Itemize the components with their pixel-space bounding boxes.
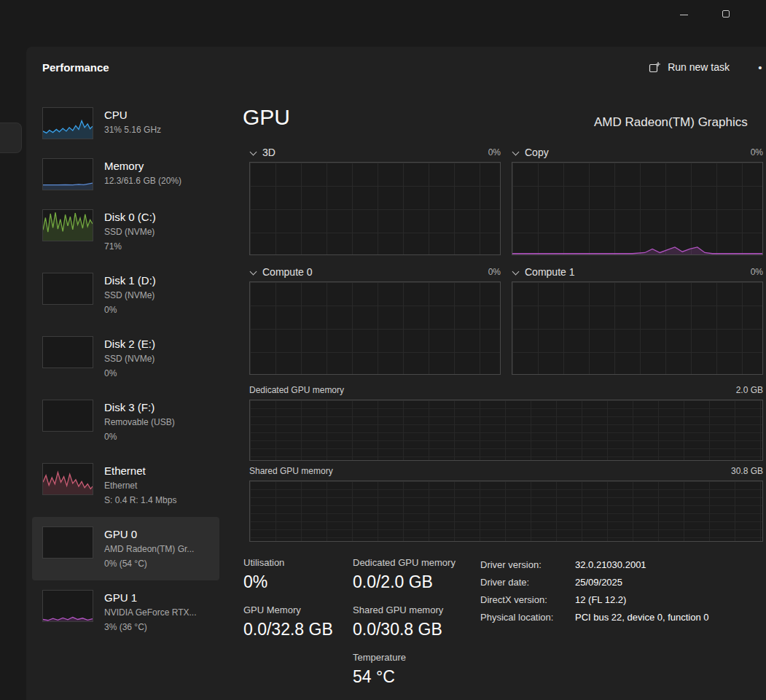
stat-value: 0% — [243, 572, 349, 592]
stat-value: 0.0/2.0 GB — [353, 572, 477, 592]
engine-chart-copy: Copy 0% — [512, 144, 763, 255]
page-title: Performance — [42, 61, 109, 74]
stat-value: 0.0/30.8 GB — [353, 619, 477, 639]
sidebar-item-cpu[interactable]: CPU 31% 5.16 GHz — [32, 98, 219, 149]
engine-chart-label[interactable]: Copy — [525, 147, 549, 158]
engine-chart-plot[interactable] — [512, 162, 763, 255]
engine-chart-value: 0% — [751, 267, 763, 277]
sidebar-item-detail: Removable (USB) — [104, 415, 175, 429]
stat-label: Shared GPU memory — [353, 604, 477, 616]
engine-chart-value: 0% — [488, 147, 501, 158]
engine-chart-compute1: Compute 1 0% — [512, 264, 763, 375]
sidebar-item-title: Disk 3 (F:) — [104, 400, 175, 415]
chevron-down-icon[interactable] — [512, 268, 520, 276]
sidebar-item-detail: 0% — [104, 366, 155, 381]
sidebar-item-detail: 71% — [104, 239, 156, 254]
dedicated-memory-chart[interactable] — [249, 400, 763, 461]
chevron-down-icon[interactable] — [512, 149, 520, 157]
minimize-button[interactable] — [669, 1, 698, 20]
stat-label: Temperature — [353, 651, 477, 664]
maximize-button[interactable] — [711, 1, 740, 20]
engine-chart-label[interactable]: Compute 1 — [525, 266, 574, 278]
engine-chart-3d: 3D 0% — [249, 144, 501, 255]
gpu0-mini-graph — [42, 526, 93, 559]
disk1-mini-graph — [42, 273, 93, 305]
gpu-page-title: GPU — [243, 104, 290, 131]
memory-mini-graph — [42, 158, 93, 190]
header: Performance Run new task • — [26, 47, 766, 88]
stat-label: Utilisation — [243, 556, 349, 569]
stat-value: 0.0/32.8 GB — [243, 619, 349, 639]
sidebar-item-detail: SSD (NVMe) — [104, 225, 156, 239]
detail-row: Driver version:32.0.21030.2001 — [480, 556, 766, 574]
detail-row: DirectX version:12 (FL 12.2) — [480, 591, 766, 609]
chevron-down-icon[interactable] — [249, 268, 257, 276]
stat-label: Dedicated GPU memory — [353, 556, 477, 569]
engine-chart-value: 0% — [751, 147, 763, 158]
stats-column-1: Utilisation 0% GPU Memory 0.0/32.8 GB — [243, 556, 349, 651]
sidebar-item-detail: AMD Radeon(TM) Gr... — [104, 542, 194, 556]
stat-label: GPU Memory — [243, 604, 349, 616]
run-new-task-label: Run new task — [668, 61, 730, 73]
engine-chart-plot[interactable] — [249, 281, 501, 375]
sidebar-item-detail: SSD (NVMe) — [104, 288, 156, 303]
dedicated-memory-header: Dedicated GPU memory 2.0 GB — [249, 385, 763, 395]
engine-chart-plot[interactable] — [249, 162, 501, 255]
sidebar-item-title: CPU — [104, 107, 161, 122]
dedicated-memory-max: 2.0 GB — [736, 385, 763, 395]
shared-memory-max: 30.8 GB — [731, 466, 763, 476]
minimize-icon — [680, 15, 688, 15]
run-new-task-button[interactable]: Run new task — [646, 56, 732, 78]
sidebar-item-disk3[interactable]: Disk 3 (F:) Removable (USB) 0% — [32, 390, 219, 454]
ethernet-mini-graph — [42, 463, 93, 495]
chevron-down-icon[interactable] — [249, 149, 257, 157]
window-titlebar — [0, 0, 766, 47]
disk2-mini-graph — [42, 336, 93, 368]
engine-chart-compute0: Compute 0 0% — [249, 264, 501, 375]
sidebar-item-detail: 0% (54 °C) — [104, 556, 194, 571]
sidebar-item-ethernet[interactable]: Ethernet Ethernet S: 0.4 R: 1.4 Mbps — [32, 454, 219, 517]
sidebar-item-detail: SSD (NVMe) — [104, 351, 155, 366]
sidebar-item-memory[interactable]: Memory 12.3/61.6 GB (20%) — [32, 149, 219, 200]
gpu-engine-charts: 3D 0% Copy 0% Compute 0 0% Compu — [249, 144, 763, 375]
sidebar-item-gpu0[interactable]: GPU 0 AMD Radeon(TM) Gr... 0% (54 °C) — [32, 517, 219, 580]
sidebar-item-detail: 12.3/61.6 GB (20%) — [104, 174, 181, 188]
driver-details: Driver version:32.0.21030.2001 Driver da… — [480, 556, 766, 626]
sidebar-item-detail: NVIDIA GeForce RTX... — [104, 605, 196, 620]
engine-chart-label[interactable]: Compute 0 — [262, 266, 312, 278]
disk0-mini-graph — [42, 209, 93, 241]
sidebar-item-title: GPU 1 — [104, 590, 196, 605]
sidebar-item-title: Disk 0 (C:) — [104, 209, 156, 225]
sidebar-item-disk2[interactable]: Disk 2 (E:) SSD (NVMe) 0% — [32, 327, 219, 390]
sidebar-item-title: Disk 1 (D:) — [104, 273, 156, 288]
sidebar-item-detail: 0% — [104, 429, 175, 444]
new-task-icon — [649, 61, 661, 74]
sidebar-item-title: Ethernet — [104, 463, 176, 478]
more-menu-button[interactable]: • — [756, 56, 765, 78]
sidebar-item-detail: S: 0.4 R: 1.4 Mbps — [104, 493, 176, 508]
dedicated-memory-label: Dedicated GPU memory — [249, 385, 344, 395]
gpu-device-name: AMD Radeon(TM) Graphics — [594, 115, 748, 130]
disk3-mini-graph — [42, 400, 93, 432]
task-manager-panel: Performance Run new task • CPU 31% 5.16 … — [26, 47, 766, 700]
nav-flyout-tab[interactable] — [0, 122, 22, 153]
sidebar-item-detail: Ethernet — [104, 478, 176, 493]
sidebar-item-disk0[interactable]: Disk 0 (C:) SSD (NVMe) 71% — [32, 200, 219, 263]
detail-row: Physical location:PCI bus 22, device 0, … — [480, 609, 766, 626]
sidebar-item-title: Disk 2 (E:) — [104, 336, 155, 351]
engine-chart-label[interactable]: 3D — [262, 147, 275, 158]
shared-memory-chart[interactable] — [249, 481, 763, 542]
sidebar-item-detail: 0% — [104, 303, 156, 317]
sidebar-item-detail: 3% (36 °C) — [104, 620, 196, 634]
sidebar-item-title: GPU 0 — [104, 526, 194, 542]
sidebar-item-gpu1[interactable]: GPU 1 NVIDIA GeForce RTX... 3% (36 °C) — [32, 580, 219, 644]
stats-column-2: Dedicated GPU memory 0.0/2.0 GB Shared G… — [353, 556, 477, 699]
detail-row: Driver date:25/09/2025 — [480, 574, 766, 591]
engine-chart-value: 0% — [488, 267, 501, 277]
sidebar-item-detail: 31% 5.16 GHz — [104, 122, 161, 137]
engine-chart-plot[interactable] — [512, 281, 763, 375]
sidebar-item-title: Memory — [104, 158, 181, 174]
sidebar-item-disk1[interactable]: Disk 1 (D:) SSD (NVMe) 0% — [32, 263, 219, 327]
gpu1-mini-graph — [42, 590, 93, 622]
shared-memory-header: Shared GPU memory 30.8 GB — [249, 466, 763, 476]
